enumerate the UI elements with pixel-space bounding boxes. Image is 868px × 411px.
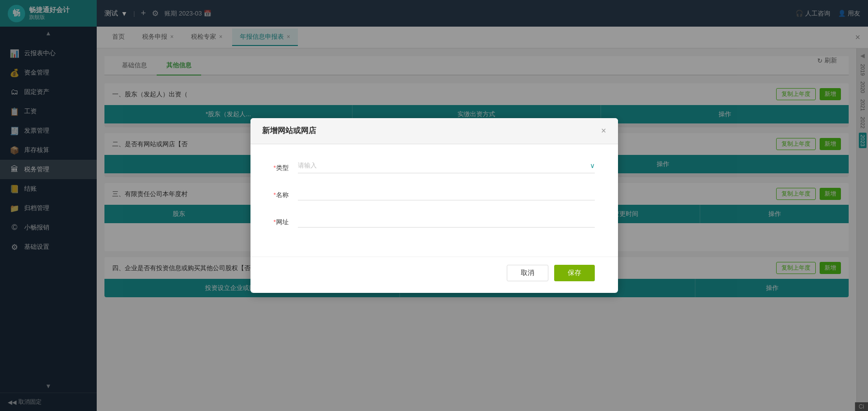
type-input[interactable]: [298, 160, 590, 171]
modal-title: 新增网站或网店: [262, 126, 316, 136]
form-label-type: *类型: [274, 160, 298, 172]
modal-footer: 取消 保存: [250, 257, 618, 293]
form-field-name: *名称: [274, 187, 595, 200]
form-label-url: *网址: [274, 214, 298, 227]
modal-overlay[interactable]: 新增网站或网店 × *类型 ∨ *名称: [0, 0, 868, 411]
form-field-url: *网址: [274, 214, 595, 228]
form-input-url-wrap: [298, 214, 595, 228]
type-dropdown-icon[interactable]: ∨: [590, 162, 595, 169]
form-label-name: *名称: [274, 187, 298, 199]
name-input[interactable]: [298, 187, 595, 198]
cancel-button[interactable]: 取消: [507, 265, 548, 281]
save-button[interactable]: 保存: [554, 265, 595, 281]
modal-add-website: 新增网站或网店 × *类型 ∨ *名称: [250, 118, 618, 293]
form-field-type: *类型 ∨: [274, 160, 595, 173]
modal-close-button[interactable]: ×: [601, 126, 606, 136]
modal-header: 新增网站或网店 ×: [250, 118, 618, 144]
form-input-name-wrap: [298, 187, 595, 200]
url-input[interactable]: [298, 214, 595, 225]
form-input-type-wrap: ∨: [298, 160, 595, 173]
modal-body: *类型 ∨ *名称 *网址: [250, 144, 618, 257]
